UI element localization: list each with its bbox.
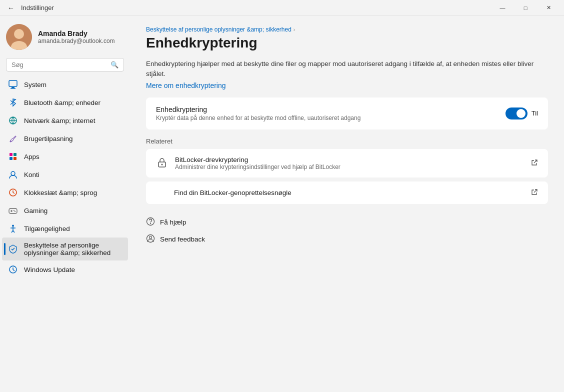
get-help-label: Få hjælp xyxy=(160,218,186,226)
svg-point-31 xyxy=(150,223,151,224)
sidebar-item-label-windows-update: Windows Update xyxy=(24,266,122,274)
breadcrumb-separator: › xyxy=(294,27,295,32)
bitlocker-title: BitLocker-drevkryptering xyxy=(175,156,524,164)
help-section: Få hjælp Send feedback xyxy=(146,214,548,248)
encryption-card: Enhedkryptering Kryptér data på denne en… xyxy=(146,98,548,130)
related-section-title: Relateret xyxy=(146,138,548,145)
external-link-icon xyxy=(531,159,538,168)
back-icon: ← xyxy=(8,4,14,12)
sidebar-item-label-bluetooth: Bluetooth &amp; enheder xyxy=(24,99,122,106)
main-layout: Amanda Brady amanda.brady@outlook.com 🔍 xyxy=(0,16,564,392)
bitlocker-desc: Administrer dine krypteringsindstillinge… xyxy=(175,164,524,170)
user-email: amanda.brady@outlook.com xyxy=(38,38,115,44)
accessibility-icon xyxy=(8,224,18,234)
close-button[interactable]: ✕ xyxy=(537,0,560,16)
avatar xyxy=(6,24,32,50)
user-name: Amanda Brady xyxy=(38,30,115,38)
svg-line-26 xyxy=(13,230,14,232)
nav-list: System Bluetooth &amp; enheder xyxy=(0,76,130,278)
sidebar-item-time[interactable]: Klokkeslæt &amp; sprog xyxy=(2,184,128,202)
svg-point-20 xyxy=(14,210,14,211)
page-title: Enhedkryptering xyxy=(146,35,548,51)
sidebar-item-network[interactable]: Netværk &amp; internet xyxy=(2,112,128,130)
titlebar-title: Indstillinger xyxy=(21,4,491,12)
bitlocker-card[interactable]: BitLocker-drevkryptering Administrer din… xyxy=(146,149,548,178)
encryption-card-desc: Kryptér data på denne enhed for at besky… xyxy=(156,114,506,122)
search-box: 🔍 xyxy=(6,58,124,72)
feedback-icon xyxy=(146,234,155,245)
sidebar-item-windows-update[interactable]: Windows Update xyxy=(2,260,128,278)
bitlocker-icon xyxy=(156,157,168,169)
maximize-button[interactable]: □ xyxy=(514,0,537,16)
content-area: Beskyttelse af personlige oplysninger &a… xyxy=(130,16,564,392)
sidebar-item-privacy[interactable]: Beskyttelse af personlige oplysninger &a… xyxy=(2,238,128,260)
recovery-key-card[interactable]: Find din BitLocker-genoprettelsesnøgle xyxy=(146,182,548,204)
search-container: 🔍 xyxy=(0,56,130,76)
sidebar-item-label-accessibility: Tilgængelighed xyxy=(24,225,122,232)
svg-point-8 xyxy=(10,140,12,142)
update-icon xyxy=(8,264,18,274)
sidebar: Amanda Brady amanda.brady@outlook.com 🔍 xyxy=(0,16,130,392)
description-text: Enhedkryptering hjælper med at beskytte … xyxy=(146,59,548,80)
sidebar-item-accounts[interactable]: Konti xyxy=(2,166,128,184)
svg-rect-5 xyxy=(10,88,16,89)
svg-rect-4 xyxy=(12,87,14,88)
sidebar-item-system[interactable]: System xyxy=(2,76,128,94)
encryption-toggle-row: Enhedkryptering Kryptér data på denne en… xyxy=(156,106,538,122)
svg-rect-9 xyxy=(10,153,12,156)
svg-point-22 xyxy=(12,225,14,227)
external-link-icon-2 xyxy=(531,188,538,197)
sidebar-item-label-network: Netværk &amp; internet xyxy=(24,117,122,124)
recovery-key-title: Find din BitLocker-genoprettelsesnøgle xyxy=(174,189,524,196)
svg-point-21 xyxy=(14,211,16,212)
search-icon: 🔍 xyxy=(110,61,118,68)
titlebar: ← Indstillinger — □ ✕ xyxy=(0,0,564,16)
svg-rect-17 xyxy=(9,208,17,214)
get-help-item[interactable]: Få hjælp xyxy=(146,214,548,231)
network-icon xyxy=(8,116,18,126)
send-feedback-item[interactable]: Send feedback xyxy=(146,231,548,248)
encryption-card-title: Enhedkryptering xyxy=(156,106,506,114)
window-controls: — □ ✕ xyxy=(491,0,560,16)
privacy-icon xyxy=(8,244,18,254)
sidebar-item-bluetooth[interactable]: Bluetooth &amp; enheder xyxy=(2,94,128,112)
breadcrumb-parent-link[interactable]: Beskyttelse af personlige oplysninger &a… xyxy=(146,26,292,33)
sidebar-item-label-accounts: Konti xyxy=(24,171,122,178)
encryption-toggle[interactable] xyxy=(506,108,528,120)
sidebar-item-accessibility[interactable]: Tilgængelighed xyxy=(2,220,128,238)
sidebar-item-customization[interactable]: Brugertilpasning xyxy=(2,130,128,148)
help-icon xyxy=(146,217,155,228)
description-link[interactable]: Mere om enhedkryptering xyxy=(146,82,226,90)
toggle-knob xyxy=(516,109,526,118)
sidebar-item-label-system: System xyxy=(24,81,122,88)
accounts-icon xyxy=(8,170,18,180)
search-input[interactable] xyxy=(12,61,108,68)
svg-point-1 xyxy=(14,29,24,39)
svg-rect-3 xyxy=(9,80,17,86)
svg-rect-10 xyxy=(14,153,16,156)
sidebar-item-label-apps: Apps xyxy=(24,153,122,160)
user-info: Amanda Brady amanda.brady@outlook.com xyxy=(38,30,115,44)
brush-icon xyxy=(8,134,18,144)
breadcrumb: Beskyttelse af personlige oplysninger &a… xyxy=(146,26,548,33)
toggle-label: Til xyxy=(532,110,538,117)
sidebar-item-apps[interactable]: Apps xyxy=(2,148,128,166)
svg-point-33 xyxy=(150,236,152,238)
sidebar-item-label-gaming: Gaming xyxy=(24,207,122,214)
time-icon xyxy=(8,188,18,198)
sidebar-item-label-time: Klokkeslæt &amp; sprog xyxy=(24,189,122,196)
toggle-container: Til xyxy=(506,108,538,120)
back-button[interactable]: ← xyxy=(4,1,18,15)
svg-rect-12 xyxy=(14,157,16,160)
svg-point-29 xyxy=(162,164,163,166)
sidebar-item-gaming[interactable]: Gaming xyxy=(2,202,128,220)
bluetooth-icon xyxy=(8,98,18,108)
apps-icon xyxy=(8,152,18,162)
user-profile[interactable]: Amanda Brady amanda.brady@outlook.com xyxy=(0,16,130,56)
svg-line-16 xyxy=(13,192,14,194)
send-feedback-label: Send feedback xyxy=(160,236,205,243)
minimize-button[interactable]: — xyxy=(491,0,514,16)
svg-point-13 xyxy=(11,172,15,176)
gaming-icon xyxy=(8,206,18,216)
sidebar-item-label-privacy: Beskyttelse af personlige oplysninger &a… xyxy=(24,242,122,256)
